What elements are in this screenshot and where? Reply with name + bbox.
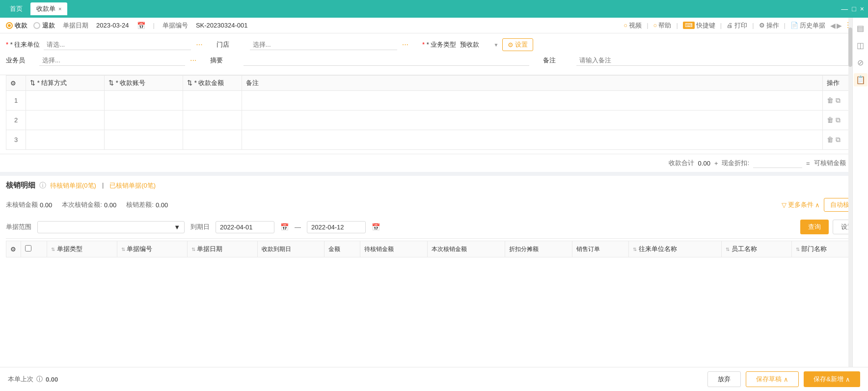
select-all-checkbox[interactable] — [25, 245, 31, 251]
help-btn[interactable]: ○ 帮助 — [653, 21, 672, 30]
video-icon: ○ — [624, 22, 627, 29]
row-2-amount[interactable] — [183, 111, 242, 130]
pending-tab[interactable]: 待核销单据(0笔) — [50, 181, 96, 190]
save-button[interactable]: 保存&新增 ∧ — [804, 371, 860, 387]
shortcut-icon: ⌨ — [683, 22, 695, 29]
maximize-icon[interactable]: □ — [852, 5, 856, 13]
store-more-btn[interactable]: ··· — [402, 40, 408, 49]
col-settings-header[interactable]: ⚙ — [6, 76, 26, 91]
unchecked-value: 0.00 — [40, 201, 52, 209]
col-checkbox[interactable]: ⚙ — [6, 241, 21, 257]
history-btn[interactable]: 📄 历史单据 — [790, 21, 825, 30]
row-1-num: 1 — [6, 91, 26, 111]
col-checkbox2[interactable] — [21, 241, 47, 257]
counterpart-sort[interactable]: ⇅ — [633, 247, 637, 252]
discount-label: 现金折扣: — [722, 159, 749, 168]
row-3-amount[interactable] — [183, 130, 242, 150]
col-account-sort[interactable]: ⇅ — [108, 79, 114, 86]
counterpart-more-btn[interactable]: ··· — [196, 40, 202, 49]
col-amount: 金额 — [325, 241, 360, 257]
row-3-num: 3 — [6, 130, 26, 150]
close-icon[interactable]: × — [860, 5, 864, 13]
unchecked-stat: 未核销金额 0.00 — [6, 200, 52, 209]
row-3-account[interactable] — [105, 130, 183, 150]
summary-input[interactable] — [244, 55, 529, 66]
history-info-icon[interactable]: ⓘ — [36, 375, 43, 384]
history-value: 0.00 — [46, 376, 58, 383]
biz-type-dropdown[interactable]: ▼ — [493, 42, 498, 48]
row-2-note[interactable] — [242, 111, 823, 130]
print-btn[interactable]: 🖨 打印 — [727, 21, 747, 30]
sidebar-link-icon[interactable]: ⊘ — [855, 56, 866, 69]
date-to-icon[interactable]: 📅 — [372, 223, 380, 231]
radio-tuikuan[interactable]: 退款 — [33, 21, 55, 30]
col-discount: 折扣分摊额 — [505, 241, 572, 257]
next-arrow[interactable]: ▶ — [837, 22, 842, 29]
row-2-num: 2 — [6, 111, 26, 130]
doc-date-sort[interactable]: ⇅ — [191, 247, 195, 252]
section-separator — [0, 172, 868, 176]
delete-icon-row2[interactable]: 🗑 — [827, 116, 834, 124]
abandon-button[interactable]: 放弃 — [707, 371, 741, 387]
doc-no-sort[interactable]: ⇅ — [121, 247, 125, 252]
note-input[interactable] — [576, 55, 862, 66]
counterpart-input[interactable] — [44, 39, 191, 50]
radio-tuikuan-dot — [33, 22, 40, 29]
date-from-icon[interactable]: 📅 — [280, 223, 289, 231]
summary-label: 摘要 — [210, 56, 240, 65]
copy-icon-row3[interactable]: ⧉ — [836, 136, 841, 144]
row-3-note[interactable] — [242, 130, 823, 150]
row-1-account[interactable] — [105, 91, 183, 111]
row-3-settlement[interactable] — [26, 130, 105, 150]
bottom-spacer — [0, 262, 868, 287]
tab-close-icon[interactable]: × — [58, 6, 61, 12]
discount-input[interactable] — [753, 158, 802, 168]
tab-active[interactable]: 收款单 × — [30, 2, 67, 15]
date-icon[interactable]: 📅 — [137, 22, 145, 29]
tab-home[interactable]: 首页 — [4, 2, 28, 15]
row-2-settlement[interactable] — [26, 111, 105, 130]
minimize-icon[interactable]: — — [841, 5, 848, 13]
row-1-amount[interactable] — [183, 91, 242, 111]
sidebar-layout-icon[interactable]: ◫ — [855, 39, 866, 52]
store-input[interactable] — [250, 39, 397, 50]
query-button[interactable]: 查询 — [800, 220, 829, 234]
date-to-input[interactable] — [307, 221, 366, 233]
dept-sort[interactable]: ⇅ — [796, 247, 800, 252]
staff-more-btn[interactable]: ··· — [190, 56, 196, 65]
row-1-settlement[interactable] — [26, 91, 105, 111]
date-from-input[interactable] — [216, 221, 274, 233]
total-value: 0.00 — [698, 160, 710, 167]
staff-input[interactable] — [39, 55, 185, 66]
row-1-note[interactable] — [242, 91, 823, 111]
row-2-account[interactable] — [105, 111, 183, 130]
shortcut-btn[interactable]: ⌨ 快捷键 — [683, 21, 715, 30]
staff-sort[interactable]: ⇅ — [726, 247, 730, 252]
settings-button[interactable]: ⚙ 设置 — [502, 38, 533, 51]
operation-btn[interactable]: ⚙ 操作 — [759, 21, 779, 30]
sidebar-form-icon[interactable]: 📋 — [854, 73, 868, 86]
stats-row: 未核销金额 0.00 本次核销金额: 0.00 核销差额: 0.00 ▽ 更多条… — [6, 194, 862, 216]
draft-button[interactable]: 保存草稿 ∧ — [746, 371, 799, 387]
doc-type-sort[interactable]: ⇅ — [51, 247, 55, 252]
copy-icon-row2[interactable]: ⧉ — [836, 116, 841, 124]
verify-info-icon[interactable]: ⓘ — [39, 181, 46, 190]
date-value: 2023-03-24 — [96, 22, 129, 29]
prev-arrow[interactable]: ◀ — [830, 22, 836, 29]
col-amount-sort[interactable]: ⇅ — [187, 79, 192, 86]
col-settlement-sort[interactable]: ⇅ — [30, 79, 35, 86]
range-select[interactable]: ▼ — [37, 221, 185, 233]
history-label: 历史单据 — [800, 21, 825, 30]
done-tab[interactable]: 已核销单据(0笔) — [109, 181, 156, 190]
scrollbar[interactable] — [848, 18, 852, 391]
col-sales: 销售订单 — [572, 241, 628, 257]
delete-icon-row3[interactable]: 🗑 — [827, 136, 834, 144]
radio-shoukuan[interactable]: 收款 — [6, 21, 27, 30]
delete-icon-row1[interactable]: 🗑 — [827, 96, 834, 105]
copy-icon-row1[interactable]: ⧉ — [836, 96, 841, 105]
verify-tabs: 待核销单据(0笔) | 已核销单据(0笔) — [50, 181, 156, 190]
video-btn[interactable]: ○ 视频 — [624, 21, 642, 30]
more-conditions-btn[interactable]: ▽ 更多条件 ∧ — [782, 200, 820, 209]
toolbar-right: ○ 视频 | ○ 帮助 | ⌨ 快捷键 | 🖨 打印 | ⚙ 操作 — [624, 21, 862, 30]
sidebar-table-icon[interactable]: ▤ — [855, 22, 866, 35]
